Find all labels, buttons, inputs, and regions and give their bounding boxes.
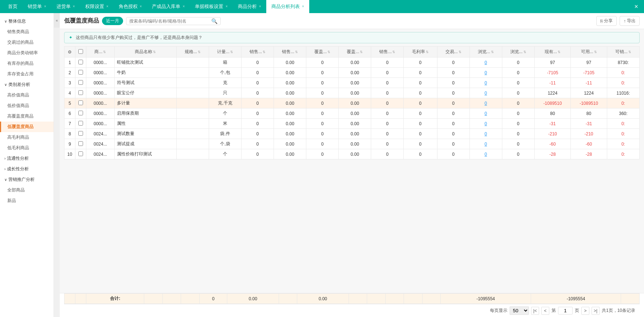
search-input[interactable] xyxy=(129,19,210,24)
th-sales-amt[interactable]: 销售...⇅ xyxy=(274,47,306,58)
cell-view1[interactable]: 0 xyxy=(470,129,502,139)
th-view2[interactable]: 浏览...⇅ xyxy=(502,47,534,58)
sidebar-section-flow[interactable]: › 流通性分析 xyxy=(0,153,54,164)
cell-check[interactable] xyxy=(75,119,86,129)
th-stock1[interactable]: 现有...⇅ xyxy=(534,47,571,58)
prev-page-button[interactable]: < xyxy=(541,307,549,315)
sidebar-collapse-button[interactable]: « xyxy=(54,13,60,28)
th-cover1[interactable]: 覆盖...⇅ xyxy=(306,47,339,58)
th-sellable[interactable]: 可销...⇅ xyxy=(607,47,639,58)
nav-tab-permissions-close[interactable]: × xyxy=(106,0,109,13)
nav-tab-sales-close[interactable]: × xyxy=(44,0,46,13)
th-gross[interactable]: 毛利率⇅ xyxy=(404,47,437,58)
next-page-button[interactable]: > xyxy=(581,307,589,315)
th-code[interactable]: 商...⇅ xyxy=(86,47,115,58)
window-close-button[interactable]: × xyxy=(631,3,641,11)
sidebar-item-stock-capital[interactable]: 库存资金占用 xyxy=(0,69,54,79)
select-all-checkbox[interactable] xyxy=(78,49,83,54)
cell-view1[interactable]: 0 xyxy=(470,149,502,159)
th-trade[interactable]: 交易...⇅ xyxy=(437,47,470,58)
last-page-button[interactable]: >| xyxy=(592,307,600,315)
th-sales-qty[interactable]: 销售...⇅ xyxy=(242,47,274,58)
sidebar-section-marketing[interactable]: ∨ 营销推广分析 xyxy=(0,174,54,185)
sidebar-item-traded-goods[interactable]: 交易过的商品 xyxy=(0,37,54,48)
cell-check[interactable] xyxy=(75,88,86,98)
cell-view1[interactable]: 0 xyxy=(470,108,502,119)
nav-tab-analysis[interactable]: 商品分析 × xyxy=(233,0,266,13)
nav-tab-sales[interactable]: 销货单 × xyxy=(23,0,51,13)
nav-tab-permissions[interactable]: 权限设置 × xyxy=(80,0,114,13)
nav-tab-home[interactable]: 首页 xyxy=(3,0,23,13)
share-button[interactable]: ⎘ 分享 xyxy=(596,16,617,26)
sidebar-item-stock-goods[interactable]: 有库存的商品 xyxy=(0,58,54,69)
sidebar-item-high-value[interactable]: 高价值商品 xyxy=(0,90,54,100)
th-stock2[interactable]: 可用...⇅ xyxy=(571,47,607,58)
nav-tab-template[interactable]: 单据模板设置 × xyxy=(190,0,233,13)
page-number-input[interactable] xyxy=(558,307,573,314)
row-checkbox[interactable] xyxy=(78,100,83,105)
th-settings[interactable]: ⚙ xyxy=(64,47,75,58)
sidebar-item-low-value[interactable]: 低价值商品 xyxy=(0,100,54,111)
cell-view1[interactable]: 0 xyxy=(470,58,502,68)
sidebar-item-low-margin[interactable]: 低毛利商品 xyxy=(0,143,54,153)
row-checkbox[interactable] xyxy=(78,70,83,75)
cell-stock1: -11 xyxy=(534,78,571,88)
table-row: 10 0024... 属性价格打印测试 个 0 0.00 0 0.00 0 0 … xyxy=(64,149,640,159)
cell-view1[interactable]: 0 xyxy=(470,88,502,98)
nav-tab-roles-close[interactable]: × xyxy=(140,0,142,13)
row-checkbox[interactable] xyxy=(78,90,83,95)
nav-tab-analysis-list-close[interactable]: × xyxy=(302,0,304,13)
nav-tab-purchase-close[interactable]: × xyxy=(73,0,75,13)
row-checkbox[interactable] xyxy=(78,121,83,126)
sidebar-item-low-coverage[interactable]: 低覆盖度商品 xyxy=(0,122,54,132)
nav-tab-analysis-list[interactable]: 商品分析列表 × xyxy=(266,0,309,13)
cell-check[interactable] xyxy=(75,78,86,88)
cell-check[interactable] xyxy=(75,149,86,159)
th-check[interactable] xyxy=(75,47,86,58)
th-spec[interactable]: 规格...⇅ xyxy=(176,47,209,58)
nav-tab-analysis-close[interactable]: × xyxy=(259,0,261,13)
first-page-button[interactable]: |< xyxy=(531,307,539,315)
sidebar-item-new-goods[interactable]: 新品 xyxy=(0,195,54,206)
cell-view1[interactable]: 0 xyxy=(470,119,502,129)
row-checkbox[interactable] xyxy=(78,80,83,85)
sidebar-item-all-goods[interactable]: 全部商品 xyxy=(0,185,54,195)
content-header: 低覆盖度商品 近一月 🔍 ⎘ 分享 ↑ 导出 xyxy=(60,13,644,29)
search-icon[interactable]: 🔍 xyxy=(211,18,217,24)
cell-check[interactable] xyxy=(75,68,86,78)
cell-check[interactable] xyxy=(75,139,86,149)
cell-check[interactable] xyxy=(75,108,86,119)
sidebar-item-high-margin[interactable]: 高毛利商品 xyxy=(0,132,54,143)
cell-view1[interactable]: 0 xyxy=(470,98,502,108)
cell-check[interactable] xyxy=(75,58,86,68)
nav-tab-finished-close[interactable]: × xyxy=(182,0,185,13)
nav-tab-purchase[interactable]: 进货单 × xyxy=(51,0,80,13)
th-sales3[interactable]: 销售...⇅ xyxy=(371,47,404,58)
row-checkbox[interactable] xyxy=(78,60,83,64)
cell-view1[interactable]: 0 xyxy=(470,68,502,78)
nav-tab-finished[interactable]: 产成品入库单 × xyxy=(147,0,190,13)
row-checkbox[interactable] xyxy=(78,131,83,136)
th-name[interactable]: 商品名称⇅ xyxy=(114,47,176,58)
filter-btn-month[interactable]: 近一月 xyxy=(102,17,123,25)
export-button[interactable]: ↑ 导出 xyxy=(620,16,640,26)
th-cover2[interactable]: 覆盖...⇅ xyxy=(339,47,371,58)
sidebar-section-overall[interactable]: ∨ 整体信息 xyxy=(0,16,54,27)
sidebar-item-sales-goods[interactable]: 销售类商品 xyxy=(0,27,54,37)
sidebar-section-category[interactable]: ∨ 类别差分析 xyxy=(0,79,54,90)
nav-tab-roles[interactable]: 角色授权 × xyxy=(114,0,147,13)
row-checkbox[interactable] xyxy=(78,111,83,115)
cell-check[interactable] xyxy=(75,129,86,139)
sidebar-section-growth[interactable]: › 成长性分析 xyxy=(0,164,54,174)
nav-tab-template-close[interactable]: × xyxy=(225,0,228,13)
cell-view1[interactable]: 0 xyxy=(470,78,502,88)
row-checkbox[interactable] xyxy=(78,151,83,156)
cell-view1[interactable]: 0 xyxy=(470,139,502,149)
th-unit[interactable]: 计量...⇅ xyxy=(209,47,241,58)
th-view1[interactable]: 浏览...⇅ xyxy=(470,47,502,58)
cell-check[interactable] xyxy=(75,98,86,108)
sidebar-item-category-rate[interactable]: 商品分类动销率 xyxy=(0,48,54,58)
sidebar-item-high-coverage[interactable]: 高覆盖度商品 xyxy=(0,111,54,122)
row-checkbox[interactable] xyxy=(78,141,83,146)
page-size-select[interactable]: 50100200 xyxy=(510,306,529,315)
